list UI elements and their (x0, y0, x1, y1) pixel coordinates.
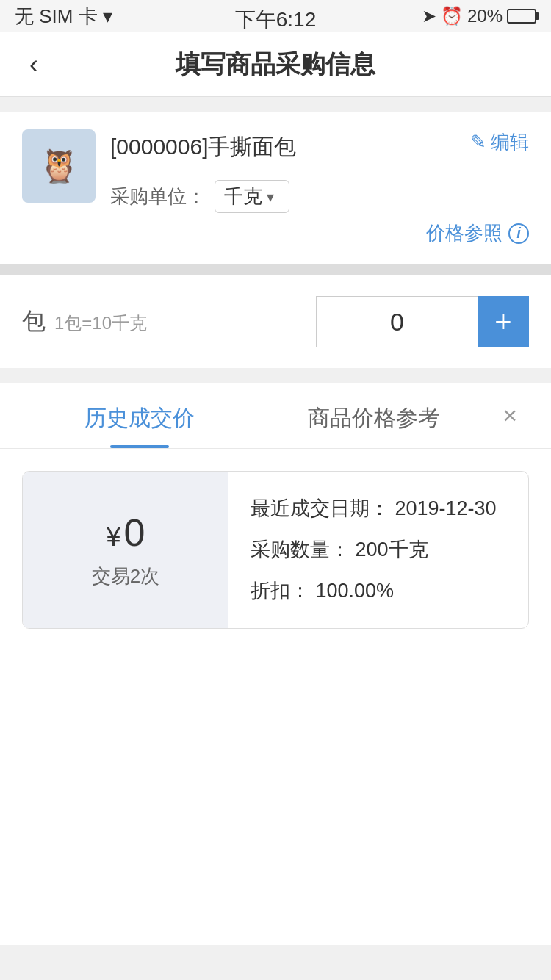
product-card: 🦉 [0000006]手撕面包 采购单位： 千克 ▾ ✎ 编辑 价格参照 (0, 112, 551, 264)
quantity-unit: 包 (22, 306, 46, 338)
history-detail-panel: 最近成交日期： 2019-12-30 采购数量： 200千克 折扣： 100.0… (228, 472, 528, 628)
trades-count: 交易2次 (92, 563, 159, 589)
purchase-quantity-label: 采购数量： (251, 538, 350, 561)
quantity-plus-button[interactable]: + (478, 296, 529, 347)
product-thumb-icon: 🦉 (39, 147, 79, 185)
quantity-input[interactable] (316, 296, 478, 347)
discount-value: 100.00% (316, 580, 395, 602)
product-info: [0000006]手撕面包 采购单位： 千克 ▾ (110, 129, 296, 213)
history-card: ¥ 0 交易2次 最近成交日期： 2019-12-30 采购数量： 200千克 … (22, 471, 529, 629)
discount-row: 折扣： 100.00% (251, 577, 506, 605)
edit-icon: ✎ (470, 131, 486, 154)
unit-dropdown-arrow: ▾ (267, 188, 274, 206)
price-number: 0 (124, 511, 145, 555)
quantity-row: 包 1包=10千克 + (0, 275, 551, 368)
purchase-quantity-row: 采购数量： 200千克 (251, 536, 506, 564)
last-date-label: 最近成交日期： (251, 497, 389, 519)
tab-price-reference[interactable]: 商品价格参考 (256, 383, 491, 448)
purchase-quantity-value: 200千克 (356, 538, 428, 561)
location-icon: ➤ (422, 6, 436, 26)
page-title: 填写商品采购信息 (176, 48, 375, 82)
battery-percent: 20% (467, 6, 503, 26)
alarm-icon: ⏰ (441, 6, 463, 26)
price-yen-symbol: ¥ (107, 522, 121, 552)
unit-label: 采购单位： (110, 184, 206, 209)
price-ref-button[interactable]: 价格参照 (426, 220, 503, 246)
unit-select[interactable]: 千克 ▾ (215, 180, 289, 213)
battery-icon (507, 9, 536, 24)
product-name: [0000006]手撕面包 (110, 132, 296, 162)
quantity-hint: 1包=10千克 (54, 311, 147, 335)
history-price-value: ¥ 0 (107, 511, 145, 555)
tab-bar: 历史成交价 商品价格参考 × (0, 383, 551, 449)
tab-underline (110, 445, 169, 448)
history-section: ¥ 0 交易2次 最近成交日期： 2019-12-30 采购数量： 200千克 … (0, 449, 551, 651)
tab-history-price[interactable]: 历史成交价 (22, 383, 256, 448)
back-button[interactable]: ‹ (22, 42, 46, 87)
status-bar: 无 SIM 卡 ▾ 下午6:12 ➤ ⏰ 20% (0, 0, 551, 32)
last-date-value: 2019-12-30 (395, 497, 497, 519)
history-price-panel: ¥ 0 交易2次 (23, 472, 228, 628)
product-header: 🦉 [0000006]手撕面包 采购单位： 千克 ▾ ✎ 编辑 (22, 129, 529, 213)
page-fill (0, 651, 551, 945)
quantity-label-group: 包 1包=10千克 (22, 306, 147, 338)
product-unit-row: 采购单位： 千克 ▾ (110, 180, 296, 213)
edit-button[interactable]: ✎ 编辑 (470, 129, 529, 155)
product-left: 🦉 [0000006]手撕面包 采购单位： 千克 ▾ (22, 129, 296, 213)
tab-close-button[interactable]: × (491, 394, 529, 437)
last-date-row: 最近成交日期： 2019-12-30 (251, 495, 506, 523)
product-thumbnail: 🦉 (22, 129, 96, 203)
discount-label: 折扣： (251, 580, 310, 602)
time-label: 下午6:12 (235, 6, 317, 34)
signal-label: 无 SIM 卡 ▾ (15, 4, 112, 29)
section-divider (0, 264, 551, 275)
quantity-input-group: + (316, 296, 529, 347)
price-ref-info-icon[interactable]: i (508, 223, 529, 244)
price-ref-row: 价格参照 i (22, 220, 529, 246)
status-right: ➤ ⏰ 20% (422, 6, 536, 26)
nav-bar: ‹ 填写商品采购信息 (0, 32, 551, 97)
